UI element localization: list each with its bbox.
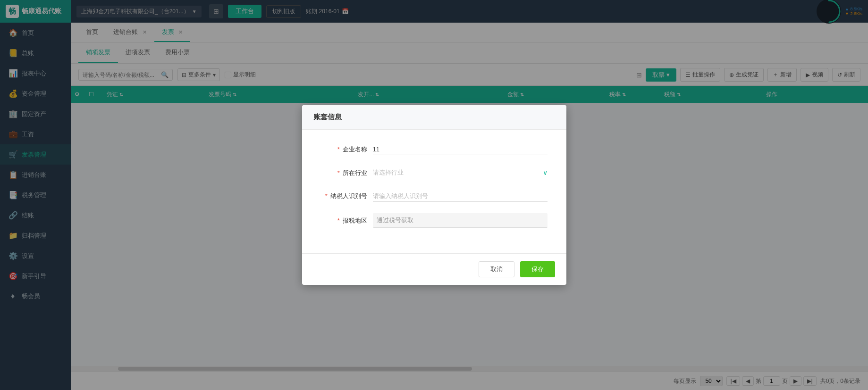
company-name-input[interactable]	[373, 144, 548, 155]
modal-header: 账套信息	[302, 105, 566, 130]
account-info-modal: 账套信息 * 企业名称 * 所在行业 请选择行业 ∨	[302, 105, 566, 285]
form-row-industry: * 所在行业 请选择行业 ∨	[321, 166, 548, 179]
required-star: *	[337, 146, 340, 153]
form-row-tax-id: * 纳税人识别号	[321, 191, 548, 202]
required-star-3: *	[325, 192, 328, 199]
required-star-4: *	[337, 217, 340, 224]
tax-region-placeholder: 通过税号获取	[377, 216, 413, 224]
industry-select[interactable]: 请选择行业 ∨	[373, 166, 548, 179]
modal-title: 账套信息	[313, 113, 342, 121]
form-label-industry: * 所在行业	[321, 169, 373, 177]
modal-overlay[interactable]: 账套信息 * 企业名称 * 所在行业 请选择行业 ∨	[0, 0, 868, 390]
form-label-company-name: * 企业名称	[321, 145, 373, 154]
tax-id-input[interactable]	[373, 191, 548, 202]
save-button[interactable]: 保存	[520, 261, 555, 277]
form-label-tax-region: * 报税地区	[321, 216, 373, 225]
industry-chevron-icon: ∨	[543, 169, 548, 176]
form-row-tax-region: * 报税地区 通过税号获取	[321, 213, 548, 228]
form-row-company-name: * 企业名称	[321, 144, 548, 155]
cancel-button[interactable]: 取消	[479, 261, 514, 277]
modal-footer: 取消 保存	[302, 253, 566, 285]
industry-placeholder: 请选择行业	[373, 168, 404, 177]
form-label-tax-id: * 纳税人识别号	[321, 192, 373, 200]
tax-region-disabled-input: 通过税号获取	[373, 213, 548, 228]
modal-body: * 企业名称 * 所在行业 请选择行业 ∨ * 纳	[302, 130, 566, 253]
required-star-2: *	[337, 169, 340, 176]
